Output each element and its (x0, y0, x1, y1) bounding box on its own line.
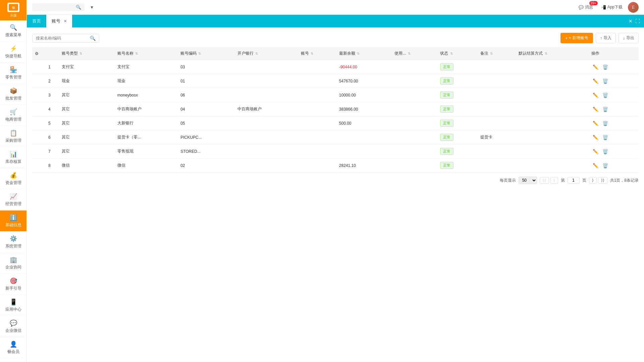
status-badge: 正常 (440, 148, 453, 155)
cell-settlement (516, 102, 589, 116)
cell-code: 02 (178, 159, 235, 173)
edit-button[interactable]: ✏️ (591, 148, 600, 155)
cell-action: ✏️ 🗑️ (589, 144, 639, 159)
app-download-button[interactable]: 📲 App下载 (601, 4, 623, 10)
cell-name: 微信 (115, 159, 178, 173)
edit-button[interactable]: ✏️ (591, 78, 600, 84)
search-bar[interactable]: 🔍 (32, 34, 99, 43)
export-button[interactable]: ↓ 导出 (619, 33, 639, 43)
header-left: 🔍 ▼ (32, 3, 94, 11)
sidebar-item-enterprise[interactable]: 🏢 企业协同 (0, 253, 26, 274)
sidebar-item-app-center[interactable]: 📱 应用中心 (0, 295, 26, 316)
sidebar-item-guide[interactable]: 🎯 新手引导 (0, 274, 26, 295)
sidebar-item-finance[interactable]: 💰 资金管理 (0, 168, 26, 189)
search-input[interactable] (36, 36, 90, 41)
edit-button[interactable]: ✏️ (591, 134, 600, 141)
edit-button[interactable]: ✏️ (591, 92, 600, 99)
table-row: 2 现金 现金 01 547670.00 正常 ✏️ 🗑️ (32, 74, 639, 88)
sidebar-item-retail-mgmt[interactable]: 🏪 零售管理 (0, 63, 26, 84)
cell-num: 1 (46, 60, 59, 74)
page-input[interactable]: 1 (568, 177, 580, 184)
messages-button[interactable]: 💬 消息 99+ (576, 3, 596, 11)
header-dropdown[interactable]: ▼ (89, 5, 94, 10)
th-type[interactable]: 账号类型 ⇅ (59, 47, 115, 60)
table-row: 1 支付宝 支付宝 03 -90444.00 正常 ✏️ 🗑️ (32, 60, 639, 74)
tab-home[interactable]: 首页 (27, 15, 46, 27)
cell-num: 7 (46, 144, 59, 159)
page-size-label: 每页显示 (500, 178, 516, 183)
cell-usage (392, 159, 437, 173)
sidebar-item-corp-wechat[interactable]: 💬 企业微信 (0, 316, 26, 337)
delete-button[interactable]: 🗑️ (601, 120, 609, 127)
th-remark[interactable]: 备注 ⇅ (478, 47, 516, 60)
tab-account[interactable]: 账号 ✕ (46, 15, 72, 27)
header-search-input[interactable] (36, 5, 76, 10)
sidebar-item-sys-mgmt[interactable]: ⚙️ 系统管理 (0, 232, 26, 253)
th-bank[interactable]: 开户银行 ⇅ (235, 47, 298, 60)
sidebar-item-label: 应用中心 (5, 307, 21, 312)
th-setting[interactable]: ⚙ (32, 47, 46, 60)
cell-settlement (516, 130, 589, 144)
table-row: 7 其它 零售抵现 STORED... 正常 ✏️ 🗑️ (32, 144, 639, 159)
next-page-button[interactable]: ⟩ (589, 177, 597, 184)
prev-page-button[interactable]: ⟨ (550, 177, 558, 184)
cell-balance: 547670.00 (336, 74, 392, 88)
th-code[interactable]: 账号编码 ⇅ (178, 47, 235, 60)
delete-button[interactable]: 🗑️ (601, 148, 609, 155)
sidebar-item-quick-nav[interactable]: ⚡ 快捷导航 (0, 42, 26, 63)
delete-button[interactable]: 🗑️ (601, 162, 609, 169)
cell-action: ✏️ 🗑️ (589, 130, 639, 144)
cell-balance: 10000.00 (336, 88, 392, 102)
tab-expand-button[interactable]: ⛶ (635, 18, 640, 24)
sidebar-item-search-menu[interactable]: 🔍 搜索菜单 (0, 20, 26, 42)
wholesale-icon: 📦 (10, 87, 17, 95)
user-avatar[interactable]: E (628, 2, 639, 13)
sidebar-item-wholesale-mgmt[interactable]: 📦 批发管理 (0, 84, 26, 105)
sort-settlement-icon: ⇅ (545, 52, 547, 55)
import-button[interactable]: ↑ 导入 (596, 33, 616, 43)
delete-button[interactable]: 🗑️ (601, 64, 609, 70)
cell-code: STORED... (178, 144, 235, 159)
cell-num: 4 (46, 102, 59, 116)
header-search-box[interactable]: 🔍 (32, 3, 85, 11)
add-account-button[interactable]: + + 新增账号 (560, 33, 593, 43)
delete-button[interactable]: 🗑️ (601, 78, 609, 84)
th-action: 操作 (589, 47, 639, 60)
ecom-icon: 🛒 (10, 108, 17, 116)
cell-usage (392, 102, 437, 116)
th-status[interactable]: 状态 ⇅ (437, 47, 478, 60)
edit-button[interactable]: ✏️ (591, 120, 600, 127)
th-num (46, 47, 59, 60)
cell-usage (392, 130, 437, 144)
edit-button[interactable]: ✏️ (591, 64, 600, 70)
delete-button[interactable]: 🗑️ (601, 134, 609, 141)
tab-close-button[interactable]: ✕ (629, 18, 633, 24)
sidebar-item-purchase-mgmt[interactable]: 📋 采购管理 (0, 126, 26, 147)
sidebar-item-inventory[interactable]: 📊 库存核算 (0, 147, 26, 168)
delete-button[interactable]: 🗑️ (601, 92, 609, 99)
sidebar-item-ops-mgmt[interactable]: 📈 经营管理 (0, 189, 26, 210)
th-settlement[interactable]: 默认结算方式 ⇅ (516, 47, 589, 60)
cell-account (298, 130, 336, 144)
sidebar-item-basic-info[interactable]: ℹ️ 基础信息 (0, 210, 26, 232)
sidebar-item-ecom-mgmt[interactable]: 🛒 电商管理 (0, 105, 26, 126)
accounts-table: ⚙ 账号类型 ⇅ 账号名称 ⇅ 账号编码 ⇅ 开户银行 ⇅ 账号 ⇅ 最新余额 … (32, 47, 639, 173)
cell-status: 正常 (437, 159, 478, 173)
page-size-select[interactable]: 50 100 200 (519, 177, 537, 184)
edit-button[interactable]: ✏️ (591, 106, 600, 113)
last-page-button[interactable]: ⟩⟩ (598, 177, 607, 184)
sidebar-item-member[interactable]: 👤 畅会员 (0, 337, 26, 358)
th-balance[interactable]: 最新余额 ⇅ (336, 47, 392, 60)
edit-button[interactable]: ✏️ (591, 162, 600, 169)
first-page-button[interactable]: ⟨⟨ (540, 177, 549, 184)
sidebar-nav: 🔍 搜索菜单 ⚡ 快捷导航 🏪 零售管理 📦 批发管理 🛒 电商管理 📋 采购管… (0, 20, 26, 362)
tab-close-icon[interactable]: ✕ (64, 19, 67, 23)
th-name[interactable]: 账号名称 ⇅ (115, 47, 178, 60)
delete-button[interactable]: 🗑️ (601, 106, 609, 113)
search-menu-icon: 🔍 (10, 24, 17, 31)
th-account[interactable]: 账号 ⇅ (298, 47, 336, 60)
th-usage[interactable]: 使用... ⇅ (392, 47, 437, 60)
svg-text:畅: 畅 (12, 6, 15, 9)
page-size-dropdown[interactable]: 50 100 200 (519, 177, 537, 184)
cell-code: 01 (178, 74, 235, 88)
